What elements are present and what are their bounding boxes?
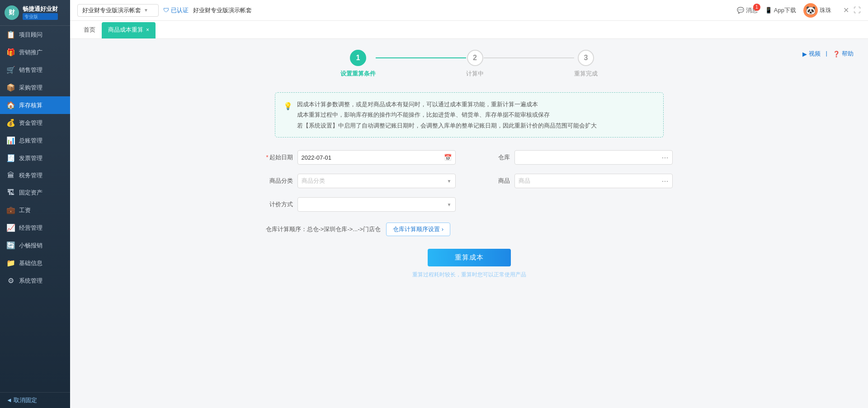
pricing-row: 计价方式 ▼	[266, 197, 456, 212]
sidebar-item-marketing[interactable]: 🎁 营销推广	[0, 43, 70, 61]
warehouse-more-icon[interactable]: ···	[661, 153, 668, 162]
accounting-icon: 📊	[6, 136, 15, 145]
sidebar-item-label: 经营管理	[19, 224, 42, 232]
step-3-label: 重算完成	[574, 70, 598, 78]
sidebar-item-label: 发票管理	[19, 154, 42, 162]
logo-text: 畅捷通好业财 专业版	[23, 5, 58, 20]
message-button[interactable]: 💬 消息 1	[737, 6, 758, 14]
step-1-num: 1	[356, 54, 360, 62]
required-mark: *	[266, 154, 268, 161]
pricing-dropdown-arrow: ▼	[447, 202, 452, 207]
sidebar-item-finance[interactable]: 💰 资金管理	[0, 114, 70, 132]
message-badge: 1	[753, 4, 760, 11]
sidebar-item-expense[interactable]: 🔄 小畅报销	[0, 237, 70, 254]
recalc-button[interactable]: 重算成本	[428, 249, 511, 266]
sidebar-item-project[interactable]: 📋 项目顾问	[0, 26, 70, 43]
sidebar-item-operation[interactable]: 📈 经营管理	[0, 219, 70, 237]
sales-icon: 🛒	[6, 66, 15, 74]
step-3-num: 3	[584, 54, 588, 62]
tab-home[interactable]: 首页	[77, 22, 102, 38]
sidebar-item-salary[interactable]: 💼 工资	[0, 201, 70, 219]
warehouse-order-btn-label: 仓库计算顺序设置 ›	[393, 225, 443, 233]
start-date-field[interactable]	[302, 154, 444, 161]
category-dropdown-arrow: ▼	[447, 179, 452, 184]
topbar-actions: 💬 消息 1 📱 App下载 🐼 珠珠	[737, 3, 831, 18]
tab-recalc[interactable]: 商品成本重算 ×	[102, 22, 156, 38]
sidebar-item-purchase[interactable]: 📦 采购管理	[0, 79, 70, 96]
sidebar-item-sales[interactable]: 🛒 销售管理	[0, 61, 70, 79]
project-icon: 📋	[6, 30, 15, 39]
inventory-icon: 🏠	[6, 101, 15, 109]
sidebar-footer-unpin[interactable]: ◄ 取消固定	[0, 392, 70, 408]
step-1: 1 设置重算条件	[340, 50, 376, 78]
sidebar-item-label: 采购管理	[19, 84, 42, 92]
close-button[interactable]: ✕	[843, 6, 849, 14]
edition-badge: 专业版	[23, 13, 58, 20]
user-name: 珠珠	[820, 6, 831, 14]
sidebar-item-label: 资金管理	[19, 119, 42, 127]
sidebar-item-invoice[interactable]: 🧾 发票管理	[0, 149, 70, 167]
avatar: 🐼	[803, 3, 818, 18]
sidebar-item-label: 总账管理	[19, 137, 42, 145]
warehouse-order-setting-btn[interactable]: 仓库计算顺序设置 ›	[386, 223, 450, 236]
salary-icon: 💼	[6, 206, 15, 214]
sidebar-item-label: 库存核算	[19, 101, 42, 109]
sidebar-item-label: 营销推广	[19, 48, 42, 57]
start-date-input[interactable]: 📅	[297, 150, 456, 165]
sidebar-item-label: 小畅报销	[19, 242, 42, 250]
step-connector-2	[484, 57, 574, 58]
product-more-icon[interactable]: ···	[661, 176, 668, 186]
verified-text: 已认证	[171, 6, 189, 14]
warehouse-row: 仓库 ···	[483, 150, 673, 165]
product-row: 商品 商品 ···	[483, 174, 673, 188]
sidebar-nav: 📋 项目顾问 🎁 营销推广 🛒 销售管理 📦 采购管理 🏠 库存核算 💰 资金管…	[0, 26, 70, 392]
shield-icon: 🛡	[163, 7, 169, 14]
phone-icon: 📱	[765, 7, 772, 14]
main-area: 好业财专业版演示帐套 ▼ 🛡 已认证 好业财专业版演示帐套 💬 消息 1 📱 A…	[70, 0, 868, 408]
info-box: 💡 因成本计算参数调整，或是对商品成本有疑问时，可以通过成本重算功能，重新计算一…	[275, 92, 664, 138]
content-area: ▶ 视频 | ❓ 帮助 1 设置重算条件	[70, 39, 868, 408]
product-label: 商品	[483, 177, 510, 185]
tab-recalc-close[interactable]: ×	[146, 27, 149, 33]
pricing-select[interactable]: ▼	[297, 197, 456, 212]
steps-inner: 1 设置重算条件 2 计算中 3	[340, 50, 598, 78]
calendar-icon[interactable]: 📅	[444, 154, 452, 161]
account-selector[interactable]: 好业财专业版演示帐套 ▼	[77, 4, 159, 17]
sidebar-logo: 财 畅捷通好业财 专业版	[0, 0, 70, 26]
assets-icon: 🏗	[6, 189, 15, 197]
sidebar: 财 畅捷通好业财 专业版 📋 项目顾问 🎁 营销推广 🛒 销售管理 📦 采购管理…	[0, 0, 70, 408]
account-dropdown-arrow: ▼	[144, 8, 148, 13]
sidebar-item-accounting[interactable]: 📊 总账管理	[0, 132, 70, 149]
sidebar-item-assets[interactable]: 🏗 固定资产	[0, 184, 70, 201]
category-row: 商品分类 商品分类 ▼	[266, 174, 456, 188]
product-input[interactable]: 商品 ···	[514, 174, 673, 188]
app-download-button[interactable]: 📱 App下载	[765, 6, 796, 14]
sidebar-item-basic[interactable]: 📁 基础信息	[0, 254, 70, 272]
account-selector-text: 好业财专业版演示帐套	[82, 6, 141, 14]
account-display-name: 好业财专业版演示帐套	[193, 6, 252, 14]
marketing-icon: 🎁	[6, 48, 15, 57]
warehouse-input[interactable]: ···	[514, 150, 673, 165]
info-content: 因成本计算参数调整，或是对商品成本有疑问时，可以通过成本重算功能，重新计算一遍成…	[297, 99, 597, 131]
warehouse-order-row: 仓库计算顺序：总仓->深圳仓库->...->门店仓 仓库计算顺序设置 ›	[266, 223, 673, 236]
sidebar-item-inventory[interactable]: 🏠 库存核算	[0, 96, 70, 114]
expense-icon: 🔄	[6, 241, 15, 250]
form-section: *起始日期 📅 仓库 ··· 商品分类 商品分类	[266, 150, 673, 212]
sidebar-item-system[interactable]: ⚙ 系统管理	[0, 272, 70, 289]
warehouse-order-label: 仓库计算顺序：总仓->深圳仓库->...->门店仓	[266, 225, 381, 233]
sidebar-item-tax[interactable]: 🏛 税务管理	[0, 167, 70, 184]
category-placeholder: 商品分类	[302, 177, 325, 185]
step-2-num: 2	[473, 54, 477, 62]
sidebar-item-label: 基础信息	[19, 259, 42, 267]
tab-home-label: 首页	[84, 26, 95, 34]
category-select[interactable]: 商品分类 ▼	[297, 174, 456, 188]
unpin-label: ◄ 取消固定	[6, 396, 37, 404]
start-date-row: *起始日期 📅	[266, 150, 456, 165]
tabbar: 首页 商品成本重算 ×	[70, 21, 868, 39]
logo-icon: 财	[5, 5, 19, 20]
info-line-1: 因成本计算参数调整，或是对商品成本有疑问时，可以通过成本重算功能，重新计算一遍成…	[297, 99, 597, 109]
user-profile[interactable]: 🐼 珠珠	[803, 3, 831, 18]
pricing-label: 计价方式	[266, 200, 293, 209]
tab-recalc-label: 商品成本重算	[108, 26, 143, 34]
maximize-button[interactable]: ⛶	[854, 6, 861, 14]
